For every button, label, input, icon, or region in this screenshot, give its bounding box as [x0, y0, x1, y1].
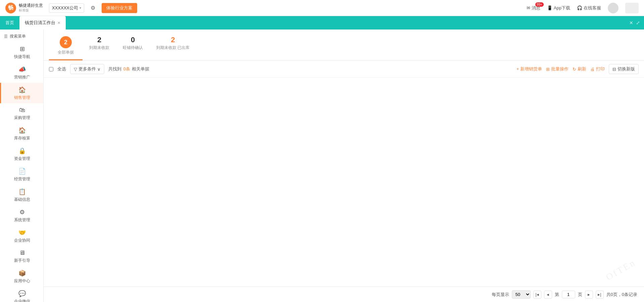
company-selector[interactable]: XXXXXX公司 ▾ [49, 3, 84, 13]
sidebar-item-base-info[interactable]: 📋 基础信息 [0, 185, 43, 205]
filter-btn[interactable]: ▽ 更多条件 ∨ [70, 64, 104, 74]
base-info-label: 基础信息 [14, 197, 30, 202]
tab-bar-right: ✕ ⤢ [629, 20, 644, 25]
add-order-btn[interactable]: + 新增销货单 [517, 66, 542, 72]
guide-icon: 🖥 [19, 249, 25, 256]
settings-button[interactable]: ⚙ [88, 3, 98, 13]
avatar[interactable] [608, 3, 619, 13]
sidebar-item-app-center[interactable]: 📦 应用中心 [0, 266, 43, 287]
app-name: 畅捷通好生意 [19, 3, 43, 8]
found-suffix: 相关单据 [132, 66, 149, 71]
stat-num-pending: 0 [131, 36, 135, 44]
toolbar-right: + 新增销货单 ⊞ 批量操作 ↻ 刷新 🖨 打印 ⊟ [517, 64, 639, 74]
inventory-label: 库存核算 [14, 135, 30, 141]
page-label: 第 [555, 292, 559, 298]
found-prefix: 共找到 [108, 66, 121, 71]
sidebar-item-system[interactable]: ⚙ 系统管理 [0, 205, 43, 226]
company-dropdown-arrow: ▾ [79, 6, 81, 10]
tab-close-btn[interactable]: ✕ [629, 20, 633, 25]
company-name: XXXXXX公司 [52, 5, 78, 11]
app-download-btn[interactable]: 📱 App下载 [547, 5, 570, 11]
select-all-checkbox[interactable] [49, 67, 53, 71]
sales-label: 销售管理 [14, 95, 30, 101]
first-page-btn[interactable]: |◂ [533, 291, 541, 299]
footer-bar: 每页显示 50 100 200 |◂ ◂ 第 页 ▸ ▸| 共0页，0条记录 [44, 287, 644, 302]
tab-work-bench[interactable]: 钱货日清工作台 ✕ [19, 16, 66, 29]
batch-label: 批量操作 [551, 66, 569, 72]
logo-text-block: 畅捷通好生意 标准版 [19, 3, 43, 13]
purchase-label: 采购管理 [14, 115, 30, 121]
tab-bar: 首页 钱货日清工作台 ✕ ✕ ⤢ [0, 16, 644, 29]
message-badge: 99+ [535, 2, 544, 7]
sidebar-item-sales[interactable]: 🏠 销售管理 [0, 83, 43, 103]
found-count: 0条 [123, 66, 130, 71]
finance-label: 资金管理 [14, 156, 30, 162]
wechat-label: 企业微信 [14, 299, 30, 302]
next-page-btn[interactable]: ▸ [585, 291, 593, 299]
filter-label: 更多条件 [78, 66, 96, 72]
main-content: 2 全部单据 2 到期未收款 0 旺铺待确认 2 到期未收款 已出库 [44, 29, 644, 302]
stat-tab-shipped[interactable]: 2 到期未收款 已出库 [150, 34, 196, 60]
refresh-label: 刷新 [578, 66, 586, 72]
sidebar-item-marketing[interactable]: 📣 营销推广 [0, 62, 43, 83]
stat-tab-pending[interactable]: 0 旺铺待确认 [116, 34, 150, 60]
system-icon: ⚙ [19, 208, 25, 216]
sidebar-item-inventory[interactable]: 🏠 库存核算 [0, 123, 43, 144]
app-center-label: 应用中心 [14, 278, 30, 284]
last-page-btn[interactable]: ▸| [596, 291, 604, 299]
tab-home[interactable]: 首页 [0, 16, 19, 29]
page-input[interactable] [562, 291, 575, 298]
sidebar-item-purchase[interactable]: 🛍 采购管理 [0, 103, 43, 123]
content-inner: 2 全部单据 2 到期未收款 0 旺铺待确认 2 到期未收款 已出库 [44, 29, 644, 302]
filter-dropdown-icon: ∨ [97, 67, 101, 72]
online-service-label: 在线客服 [584, 5, 601, 11]
table-area [44, 78, 644, 287]
guide-label: 新手引导 [14, 258, 30, 263]
batch-icon: ⊞ [546, 67, 550, 72]
service-icon: 🎧 [577, 5, 582, 10]
stat-tab-all[interactable]: 2 全部单据 [49, 34, 83, 60]
refresh-btn[interactable]: ↻ 刷新 [573, 66, 586, 72]
per-page-label: 每页显示 [492, 292, 509, 298]
message-icon: ✉ [527, 5, 530, 10]
user-menu[interactable] [625, 3, 639, 13]
stat-label-shipped: 到期未收款 已出库 [156, 45, 190, 51]
page-suffix: 页 [578, 292, 582, 298]
stat-tab-overdue[interactable]: 2 到期未收款 [83, 34, 116, 60]
switch-version-btn[interactable]: ⊟ 切换新版 [609, 64, 639, 74]
sidebar-item-operations[interactable]: 📄 经营管理 [0, 164, 43, 185]
sales-icon: 🏠 [18, 86, 26, 94]
sidebar-item-quick-nav[interactable]: ⊞ 快捷导航 [0, 42, 43, 62]
switch-label: 切换新版 [618, 66, 635, 72]
online-service-btn[interactable]: 🎧 在线客服 [577, 5, 601, 11]
stat-num-shipped: 2 [171, 36, 175, 44]
sidebar-item-enterprise[interactable]: 🤝 企业协同 [0, 226, 43, 246]
print-btn[interactable]: 🖨 打印 [590, 66, 605, 72]
prev-page-btn[interactable]: ◂ [544, 291, 552, 299]
sidebar-search[interactable]: ☰ 搜索菜单 [0, 31, 43, 42]
select-all-label: 全选 [57, 66, 66, 72]
purchase-icon: 🛍 [19, 107, 25, 114]
switch-icon: ⊟ [612, 67, 616, 72]
inventory-icon: 🏠 [18, 127, 26, 134]
stats-bar: 2 全部单据 2 到期未收款 0 旺铺待确认 2 到期未收款 已出库 [44, 29, 644, 61]
filter-icon: ▽ [74, 67, 77, 72]
sidebar-item-finance[interactable]: 🔒 资金管理 [0, 144, 43, 164]
stat-num-overdue: 2 [97, 36, 101, 44]
tab-close-icon[interactable]: ✕ [57, 21, 60, 25]
search-menu-label: 搜索菜单 [10, 34, 26, 39]
sidebar-item-wechat[interactable]: 💬 企业微信 [0, 287, 43, 302]
sidebar-item-guide[interactable]: 🖥 新手引导 [0, 246, 43, 266]
app-center-icon: 📦 [18, 269, 26, 277]
tab-home-label: 首页 [5, 20, 14, 26]
per-page-select[interactable]: 50 100 200 [512, 290, 531, 299]
total-records: 共0页，0条记录 [606, 292, 637, 298]
message-btn[interactable]: ✉ 消息 99+ [527, 5, 540, 11]
batch-op-btn[interactable]: ⊞ 批量操作 [546, 66, 569, 72]
tab-expand-btn[interactable]: ⤢ [636, 20, 640, 25]
stat-label-overdue: 到期未收款 [89, 45, 109, 51]
refresh-icon: ↻ [573, 67, 576, 72]
marketing-icon: 📣 [18, 66, 26, 73]
trial-btn[interactable]: 体验行业方案 [102, 3, 137, 13]
enterprise-label: 企业协同 [14, 238, 30, 243]
